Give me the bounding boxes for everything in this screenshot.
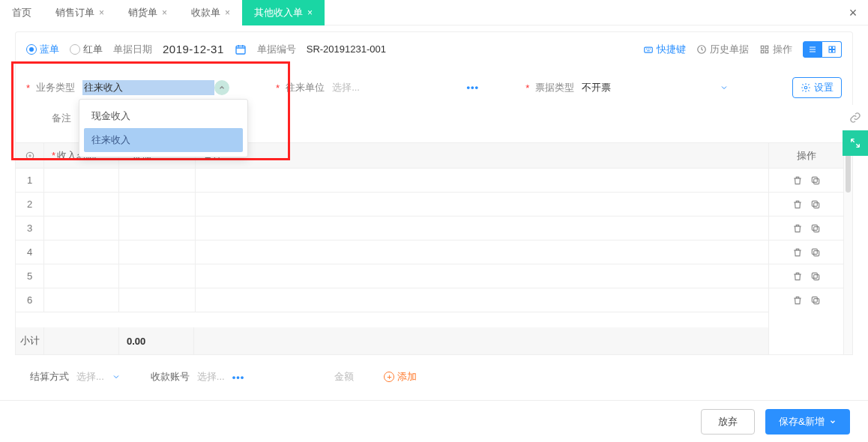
col-ops: 操作 — [769, 143, 843, 169]
settle-method-label: 结算方式 — [30, 370, 69, 384]
svg-rect-9 — [829, 49, 832, 52]
table-row[interactable]: 5 — [16, 264, 768, 288]
doc-no-value: SR-20191231-001 — [307, 43, 386, 55]
table-row[interactable]: 6 — [16, 288, 768, 312]
svg-rect-19 — [813, 250, 819, 255]
svg-rect-8 — [832, 46, 835, 49]
delete-icon[interactable] — [792, 295, 803, 306]
form-area: * 业务类型 往来收入 现金收入 往来收入 * 往来单位 选择... — [15, 66, 853, 143]
doc-date-value[interactable]: 2019-12-31 — [163, 43, 224, 55]
svg-rect-23 — [813, 299, 819, 304]
svg-rect-10 — [832, 49, 835, 52]
add-row-link[interactable]: +添加 — [384, 370, 417, 384]
doc-no-label: 单据编号 — [257, 43, 296, 56]
delete-icon[interactable] — [792, 199, 803, 210]
svg-rect-0 — [236, 46, 245, 54]
svg-rect-7 — [829, 46, 832, 49]
svg-rect-22 — [812, 273, 817, 278]
copy-icon[interactable] — [810, 247, 821, 258]
required-icon: * — [276, 82, 280, 94]
delete-icon[interactable] — [792, 247, 803, 258]
operate-link[interactable]: 操作 — [759, 43, 792, 56]
copy-icon[interactable] — [810, 175, 821, 186]
subtotal-label: 小计 — [16, 327, 44, 354]
chevron-up-icon[interactable] — [214, 80, 229, 95]
close-icon[interactable]: × — [225, 0, 230, 25]
account-label: 收款账号 — [151, 370, 190, 384]
copy-icon[interactable] — [810, 223, 821, 234]
ops-row — [769, 217, 843, 240]
svg-point-11 — [804, 86, 807, 89]
delete-icon[interactable] — [792, 271, 803, 282]
delete-icon[interactable] — [792, 223, 803, 234]
calendar-icon[interactable] — [235, 43, 247, 55]
radio-dot-icon — [26, 44, 37, 55]
invoice-select[interactable]: 不开票 — [580, 76, 730, 99]
tab-other-income[interactable]: 其他收入单× — [242, 0, 325, 25]
view-list-icon[interactable] — [803, 41, 822, 58]
svg-rect-16 — [812, 201, 817, 206]
chevron-down-icon[interactable] — [112, 372, 121, 381]
subtotal-amount: 0.00 — [119, 327, 194, 354]
required-icon: * — [26, 82, 30, 94]
tab-delivery[interactable]: 销货单× — [116, 0, 179, 25]
radio-label: 蓝单 — [40, 43, 59, 56]
row-index: 3 — [16, 217, 44, 240]
svg-rect-21 — [813, 274, 819, 279]
settings-button[interactable]: 设置 — [792, 77, 842, 98]
close-icon[interactable]: × — [307, 0, 313, 25]
settle-method-select[interactable]: 选择... — [76, 370, 104, 384]
invoice-value: 不开票 — [582, 81, 611, 94]
col-index-icon[interactable] — [16, 143, 44, 168]
ops-row — [769, 193, 843, 217]
save-add-label: 保存&新增 — [779, 415, 825, 429]
copy-icon[interactable] — [810, 295, 821, 306]
operate-label: 操作 — [773, 43, 792, 56]
tab-sales-order[interactable]: 销售订单× — [43, 0, 116, 25]
amount-label: 金额 — [334, 370, 354, 384]
account-select[interactable]: 选择... — [197, 370, 225, 384]
copy-icon[interactable] — [810, 271, 821, 282]
close-icon[interactable]: × — [99, 0, 104, 25]
ops-row — [769, 264, 843, 288]
discard-button[interactable]: 放弃 — [701, 409, 755, 435]
svg-rect-14 — [812, 177, 817, 182]
save-add-button[interactable]: 保存&新增 — [765, 409, 850, 435]
table-row[interactable]: 4 — [16, 240, 768, 264]
radio-blue[interactable]: 蓝单 — [26, 43, 59, 56]
ops-row — [769, 288, 843, 312]
more-icon[interactable]: ••• — [466, 82, 479, 93]
expand-icon[interactable] — [843, 130, 868, 156]
table-row[interactable]: 1 — [16, 169, 768, 193]
shortcut-link[interactable]: 快捷键 — [643, 43, 686, 56]
ops-row — [769, 240, 843, 264]
tab-home[interactable]: 首页 — [0, 0, 43, 25]
window-close-icon[interactable]: × — [838, 0, 868, 25]
history-link[interactable]: 历史单据 — [696, 43, 749, 56]
radio-dot-icon — [70, 44, 80, 55]
tab-label: 首页 — [12, 0, 31, 25]
view-grid-icon[interactable] — [822, 41, 842, 58]
delete-icon[interactable] — [792, 175, 803, 186]
table-row[interactable]: 3 — [16, 217, 768, 240]
chevron-down-icon[interactable] — [720, 83, 729, 92]
more-icon[interactable]: ••• — [232, 372, 245, 383]
invoice-label: 票据类型 — [535, 81, 574, 94]
close-icon[interactable]: × — [162, 0, 167, 25]
svg-rect-3 — [761, 46, 764, 49]
tab-receipt[interactable]: 收款单× — [179, 0, 242, 25]
link-icon[interactable] — [843, 105, 868, 130]
biz-type-select[interactable]: 往来收入 — [81, 76, 231, 99]
dropdown-option-cash[interactable]: 现金收入 — [84, 104, 243, 128]
scrollbar[interactable] — [843, 143, 852, 354]
radio-label: 红单 — [83, 43, 103, 56]
table-row[interactable]: 2 — [16, 193, 768, 217]
copy-icon[interactable] — [810, 199, 821, 210]
svg-rect-18 — [812, 225, 817, 230]
row-index: 1 — [16, 169, 44, 192]
party-select[interactable]: 选择... ••• — [331, 76, 480, 99]
radio-red[interactable]: 红单 — [70, 43, 103, 56]
invoice-field: * 票据类型 不开票 — [525, 76, 730, 99]
svg-rect-1 — [645, 47, 653, 52]
dropdown-option-ar[interactable]: 往来收入 — [84, 128, 243, 152]
